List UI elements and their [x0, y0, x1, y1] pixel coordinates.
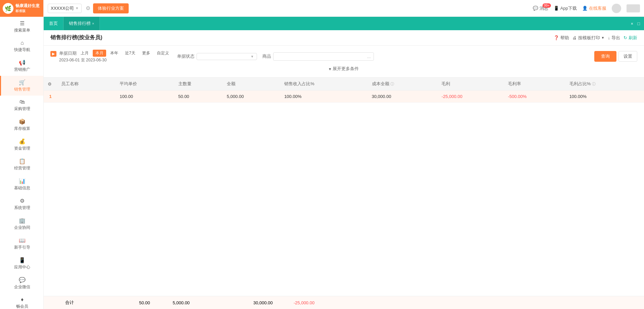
window-close-icon[interactable]: ×	[631, 21, 634, 26]
main-area: XXXXX公司 ▼ ⚙ 体验行业方案 💬 消息 99+ 📱 App下载 👤 在线…	[44, 0, 644, 309]
app-download-icon: 📱	[554, 6, 559, 11]
date-option-this-month[interactable]: 本月	[93, 50, 106, 57]
topbar: XXXXX公司 ▼ ⚙ 体验行业方案 💬 消息 99+ 📱 App下载 👤 在线…	[44, 0, 644, 17]
sidebar-label-guide: 新手引导	[14, 245, 30, 250]
service-icon: 👤	[582, 6, 588, 11]
app-download-label: App下载	[560, 5, 577, 11]
sidebar-item-purchase[interactable]: 🛍 采购管理	[0, 96, 43, 115]
refresh-button[interactable]: ↻ 刷新	[624, 35, 637, 41]
user-name-placeholder	[627, 4, 640, 12]
date-option-custom[interactable]: 自定义	[154, 50, 172, 57]
total-cost: 30,000.00	[249, 300, 290, 305]
company-selector[interactable]: XXXXX公司 ▼	[48, 4, 82, 13]
help-icon: ❓	[554, 35, 559, 40]
export-button[interactable]: ↓ 导出	[608, 35, 620, 41]
date-option-this-year[interactable]: 本年	[108, 50, 121, 57]
total-amount: 5,000.00	[169, 300, 209, 305]
sidebar-item-marketing[interactable]: 📢 营销推广	[0, 56, 43, 76]
cell-gross: -25,000.00	[437, 91, 504, 103]
online-service-button[interactable]: 👤 在线客服	[582, 5, 606, 11]
logo-icon: 🌿	[3, 3, 13, 14]
total-row: 合计 50.00 5,000.00 30,000.00 -25,000.00	[48, 300, 640, 306]
sidebar-item-finance[interactable]: 💰 资金管理	[0, 135, 43, 155]
expand-more-button[interactable]: ▾ 展开更多条件	[329, 66, 359, 72]
window-restore-icon[interactable]: □	[637, 21, 640, 26]
print-icon: 🖨	[572, 35, 577, 40]
table-footer: 合计 50.00 5,000.00 30,000.00 -25,000.00	[44, 296, 644, 309]
sidebar-label-app-center: 应用中心	[14, 264, 30, 270]
user-avatar[interactable]	[612, 4, 621, 13]
tab-sales-ranking[interactable]: 销售排行榜 ×	[63, 17, 100, 30]
gross-pct-info-icon[interactable]: ⓘ	[592, 82, 596, 86]
expand-row: ▾ 展开更多条件	[50, 63, 637, 73]
help-button[interactable]: ❓ 帮助	[554, 35, 569, 41]
tab-home[interactable]: 首页	[44, 17, 63, 30]
column-settings-button[interactable]: 设置	[618, 51, 637, 62]
message-icon: 💬	[533, 6, 538, 11]
sidebar-item-operations[interactable]: 📋 经营管理	[0, 155, 43, 174]
cell-gross-pct: 100.00%	[565, 91, 644, 103]
date-filter-label: 单据日期	[59, 50, 77, 56]
page-actions: ❓ 帮助 🖨 按模板打印 ▼ ↓ 导出 ↻ 刷新	[554, 35, 637, 41]
topbar-settings-icon[interactable]: ⚙	[86, 5, 90, 11]
date-option-7days[interactable]: 近7天	[122, 50, 138, 57]
status-filter-label: 单据状态	[177, 53, 195, 59]
sidebar-label-quick-nav: 快捷导航	[14, 47, 30, 53]
sidebar-label-system: 系统管理	[14, 205, 30, 211]
sidebar-item-app-center[interactable]: 📱 应用中心	[0, 254, 43, 273]
sidebar-item-sales[interactable]: 🛒 销售管理	[0, 76, 43, 96]
purchase-icon: 🛍	[19, 99, 25, 105]
trial-button[interactable]: 体验行业方案	[93, 3, 129, 13]
app-center-icon: 📱	[19, 257, 26, 263]
sidebar-label-sales: 销售管理	[14, 87, 30, 92]
enterprise-icon: 🏢	[19, 217, 26, 224]
total-main-qty: 50.00	[135, 300, 169, 305]
cost-info-icon[interactable]: ⓘ	[390, 82, 394, 86]
sidebar-label-basic-info: 基础信息	[14, 185, 30, 191]
expand-more-label: 展开更多条件	[333, 66, 359, 72]
print-button[interactable]: 🖨 按模板打印 ▼	[572, 35, 605, 41]
settings-gear-icon: ⚙	[48, 82, 52, 87]
th-settings[interactable]: ⚙	[44, 78, 57, 91]
page-header: 销售排行榜(按业务员) ❓ 帮助 🖨 按模板打印 ▼ ↓ 导出 ↻ 刷新	[44, 30, 644, 46]
cell-avg-price: 100.00	[116, 91, 174, 103]
expand-down-icon: ▾	[329, 66, 331, 71]
member-icon: ♦	[21, 297, 24, 303]
sidebar-item-guide[interactable]: 📖 新手引导	[0, 234, 43, 254]
date-option-more[interactable]: 更多	[139, 50, 153, 57]
query-button[interactable]: 查询	[594, 51, 616, 62]
date-option-last-month[interactable]: 上月	[78, 50, 91, 57]
sidebar-item-quick-nav[interactable]: ⌂ 快捷导航	[0, 37, 43, 56]
total-label: 合计	[61, 300, 101, 306]
sidebar-label-member: 畅会员	[16, 304, 28, 309]
company-dropdown-arrow: ▼	[75, 6, 79, 10]
th-avg-price: 平均单价	[116, 78, 174, 91]
sidebar-item-wechat[interactable]: 💬 企业微信	[0, 273, 43, 293]
sidebar-item-search[interactable]: ☰ 搜索菜单	[0, 17, 43, 37]
app-name: 畅康通好生意	[15, 3, 40, 9]
sidebar-item-member[interactable]: ♦ 畅会员	[0, 293, 43, 309]
app-download-button[interactable]: 📱 App下载	[554, 5, 577, 11]
sidebar-label-search: 搜索菜单	[14, 28, 30, 33]
sidebar-item-enterprise[interactable]: 🏢 企业协同	[0, 214, 43, 234]
tab-close-icon[interactable]: ×	[92, 21, 94, 25]
sidebar-item-basic-info[interactable]: 📊 基础信息	[0, 174, 43, 194]
message-button[interactable]: 💬 消息 99+	[533, 5, 548, 11]
service-label: 在线客服	[589, 5, 606, 11]
th-main-qty: 主数量	[174, 78, 223, 91]
cell-rank: 1	[44, 91, 57, 103]
sidebar-label-wechat: 企业微信	[14, 284, 30, 290]
sidebar-label-operations: 经营管理	[14, 165, 30, 171]
sidebar-item-system[interactable]: ⚙ 系统管理	[0, 194, 43, 214]
date-filter-options: 单据日期 上月 本月 本年 近7天 更多 自定义	[59, 50, 172, 57]
goods-input[interactable]: ...	[273, 52, 374, 61]
status-select[interactable]: ▼	[197, 53, 257, 60]
cell-employee-name	[57, 91, 116, 103]
marketing-icon: 📢	[19, 59, 26, 66]
sidebar-label-purchase: 采购管理	[14, 106, 30, 112]
sidebar-item-inventory[interactable]: 📦 库存核算	[0, 115, 43, 135]
expand-arrow[interactable]: ▶	[50, 51, 56, 57]
filter-action-buttons: 查询 设置	[594, 51, 637, 62]
goods-filter-label: 商品	[262, 53, 271, 59]
export-icon: ↓	[608, 35, 610, 40]
